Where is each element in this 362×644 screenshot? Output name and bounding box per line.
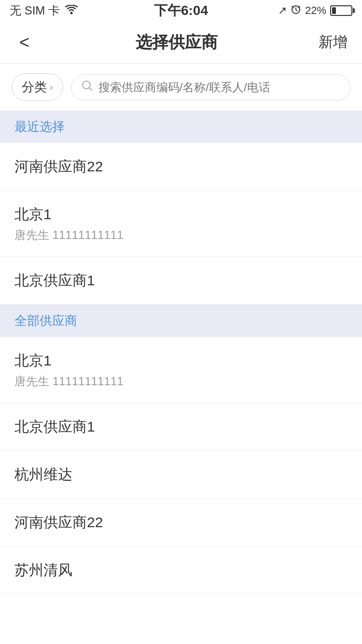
list-item[interactable]: 北京1唐先生 11111111111 bbox=[0, 191, 362, 257]
list-item[interactable]: 北京供应商1 bbox=[0, 403, 362, 451]
svg-point-0 bbox=[70, 12, 73, 14]
item-name: 北京1 bbox=[14, 204, 348, 224]
recent-section-header: 最近选择 bbox=[0, 111, 362, 143]
carrier-text: 无 SIM 卡 bbox=[10, 3, 60, 18]
recent-list: 河南供应商22北京1唐先生 11111111111北京供应商1 bbox=[0, 143, 362, 305]
status-time: 下午6:04 bbox=[154, 1, 208, 20]
item-sub: 唐先生 11111111111 bbox=[14, 374, 348, 389]
back-button[interactable]: < bbox=[14, 28, 34, 57]
add-button[interactable]: 新增 bbox=[319, 32, 348, 52]
item-name: 河南供应商22 bbox=[14, 156, 348, 177]
item-name: 北京供应商1 bbox=[14, 417, 348, 437]
list-item[interactable]: 河南供应商22 bbox=[0, 143, 362, 191]
chevron-right-icon: › bbox=[50, 82, 53, 93]
item-name: 北京1 bbox=[14, 350, 348, 371]
wifi-icon bbox=[65, 4, 78, 17]
nav-bar: < 选择供应商 新增 bbox=[0, 21, 362, 64]
list-item[interactable]: 河南供应商22 bbox=[0, 499, 362, 546]
list-item[interactable]: 北京供应商1 bbox=[0, 257, 362, 305]
list-item[interactable]: 北京1唐先生 11111111111 bbox=[0, 337, 362, 403]
all-section-label: 全部供应商 bbox=[14, 313, 77, 328]
item-sub: 唐先生 11111111111 bbox=[14, 227, 348, 243]
battery-icon bbox=[330, 5, 352, 16]
item-name: 苏州清风 bbox=[14, 560, 348, 580]
filter-bar: 分类 › bbox=[0, 64, 362, 111]
all-section-header: 全部供应商 bbox=[0, 305, 362, 337]
page-title: 选择供应商 bbox=[136, 31, 218, 54]
location-icon: ↗ bbox=[278, 4, 287, 17]
search-box[interactable] bbox=[71, 74, 350, 100]
status-bar: 无 SIM 卡 下午6:04 ↗ 22% bbox=[0, 0, 362, 21]
status-left: 无 SIM 卡 bbox=[10, 3, 78, 18]
list-item[interactable]: 苏州清风 bbox=[0, 546, 362, 594]
category-label: 分类 bbox=[22, 79, 47, 96]
search-icon bbox=[81, 80, 94, 95]
list-item[interactable]: 杭州维达 bbox=[0, 451, 362, 499]
item-name: 河南供应商22 bbox=[14, 512, 348, 532]
all-list: 北京1唐先生 11111111111北京供应商1杭州维达河南供应商22苏州清风 bbox=[0, 337, 362, 594]
item-name: 杭州维达 bbox=[14, 464, 348, 485]
recent-section-label: 最近选择 bbox=[14, 119, 65, 134]
alarm-icon bbox=[291, 4, 301, 17]
item-name: 北京供应商1 bbox=[14, 270, 348, 291]
battery-percentage: 22% bbox=[305, 4, 326, 17]
search-input[interactable] bbox=[98, 81, 340, 94]
category-button[interactable]: 分类 › bbox=[12, 73, 63, 101]
status-right: ↗ 22% bbox=[278, 4, 352, 17]
battery-fill bbox=[332, 7, 336, 14]
